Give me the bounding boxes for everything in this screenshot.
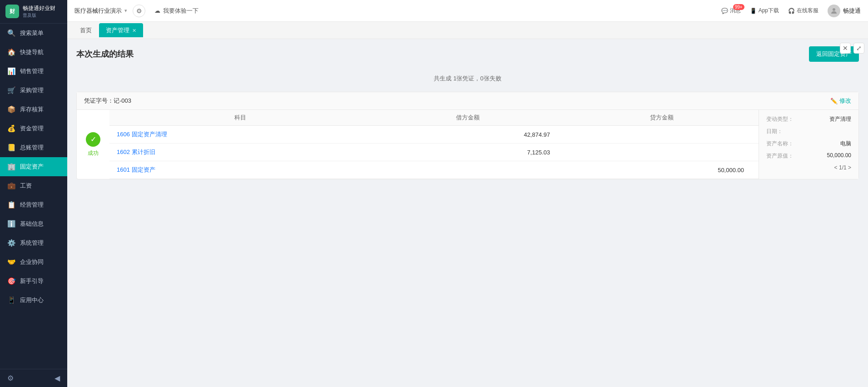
sidebar-item-label: 固定资产 (20, 163, 44, 171)
sidebar-footer: ⚙ ◀ (0, 369, 67, 387)
sidebar-item-basic-info[interactable]: ℹ️ 基础信息 (0, 214, 67, 233)
subject-link[interactable]: 1606 固定资产清理 (117, 131, 167, 138)
date-label: 日期： (766, 128, 783, 135)
user-menu[interactable]: 畅捷通 (828, 5, 861, 17)
voucher-table: 科目 借方金额 贷方金额 1606 固定资产清理 42,874.97 (109, 110, 759, 179)
close-button[interactable]: ✕ (840, 43, 851, 54)
company-selector[interactable]: 医疗器械行业演示 ▾ (74, 7, 127, 15)
sidebar-item-cooperation[interactable]: 🤝 企业协同 (0, 253, 67, 272)
subject-cell: 1602 累计折旧 (109, 144, 371, 161)
app-download-button[interactable]: 📱 App下载 (750, 7, 779, 15)
subject-link[interactable]: 1602 累计折旧 (117, 149, 155, 155)
sidebar: 财 畅捷通好业财 普及版 🔍 搜索菜单 🏠 快捷导航 📊 销售管理 🛒 采购管理… (0, 0, 67, 387)
tab-asset-management[interactable]: 资产管理 ✕ (99, 23, 143, 37)
app-logo-text: 畅捷通好业财 普及版 (23, 5, 55, 19)
sidebar-item-search[interactable]: 🔍 搜索菜单 (0, 24, 67, 43)
expand-button[interactable]: ⤢ (853, 43, 864, 54)
tab-home[interactable]: 首页 (74, 24, 97, 37)
tab-close-icon[interactable]: ✕ (132, 28, 136, 34)
app-logo-icon: 财 (5, 5, 19, 18)
debit-cell: 42,874.97 (371, 126, 565, 144)
table-row: 1606 固定资产清理 42,874.97 (109, 126, 759, 144)
sidebar-item-sales[interactable]: 📊 销售管理 (0, 62, 67, 81)
basic-info-icon: ℹ️ (7, 220, 15, 228)
fund-icon: 💰 (7, 124, 15, 133)
sidebar-item-fixed-assets[interactable]: 🏢 固定资产 (0, 157, 67, 176)
sidebar-item-label: 新手引导 (20, 277, 44, 285)
beginner-icon: 🎯 (7, 277, 15, 285)
ledger-icon: 📒 (7, 144, 15, 152)
subject-cell: 1601 固定资产 (109, 161, 371, 179)
type-value: 资产清理 (829, 115, 851, 123)
sidebar-item-payroll[interactable]: 💼 工资 (0, 176, 67, 195)
sidebar-item-app-center[interactable]: 📱 应用中心 (0, 291, 67, 310)
search-icon: 🔍 (7, 29, 15, 37)
experience-label: 我要体验一下 (163, 7, 198, 15)
username: 畅捷通 (843, 7, 861, 15)
system-icon: ⚙️ (7, 239, 15, 247)
next-icon[interactable]: > (848, 164, 851, 171)
operations-icon: 📋 (7, 201, 15, 209)
collapse-icon[interactable]: ◀ (55, 374, 60, 382)
sidebar-item-label: 快捷导航 (20, 48, 44, 56)
sidebar-item-inventory[interactable]: 📦 库存核算 (0, 100, 67, 119)
fixed-assets-icon: 🏢 (7, 163, 15, 171)
original-value-label: 资产原值： (766, 152, 794, 160)
sidebar-item-label: 应用中心 (20, 296, 44, 304)
cooperation-icon: 🤝 (7, 258, 15, 266)
prev-icon[interactable]: < (834, 164, 838, 171)
voucher-code: 凭证字号：记-003 (84, 97, 131, 105)
notifications-button[interactable]: 💬 消息 99+ (721, 7, 741, 15)
panel-asset-name-row: 资产名称： 电脑 (766, 140, 851, 148)
voucher-card: 凭证字号：记-003 ✏️ 修改 ✓ 成功 科目 (76, 92, 859, 179)
settings-footer-icon[interactable]: ⚙ (7, 374, 14, 382)
table-row: 1601 固定资产 50,000.00 (109, 161, 759, 179)
edit-button[interactable]: ✏️ 修改 (830, 97, 851, 105)
customer-service-label: 在线客服 (797, 7, 818, 15)
sidebar-item-beginner[interactable]: 🎯 新手引导 (0, 272, 67, 291)
type-label: 变动类型： (766, 115, 794, 123)
col-debit-header: 借方金额 (371, 110, 565, 126)
sidebar-item-label: 基础信息 (20, 220, 44, 228)
sidebar-item-quick-nav[interactable]: 🏠 快捷导航 (0, 43, 67, 62)
cloud-icon: ☁ (154, 7, 160, 14)
voucher-status-area: ✓ 成功 (77, 110, 109, 179)
notification-icon: 💬 (721, 8, 728, 14)
sidebar-item-label: 经营管理 (20, 201, 44, 209)
tab-label: 资产管理 (106, 26, 129, 35)
success-circle: ✓ (86, 132, 100, 147)
sidebar-item-label: 搜索菜单 (20, 29, 44, 37)
app-download-label: App下载 (759, 7, 779, 15)
credit-cell: 50,000.00 (565, 161, 759, 179)
panel-type-row: 变动类型： 资产清理 (766, 115, 851, 123)
subject-link[interactable]: 1601 固定资产 (117, 166, 155, 173)
page-indicator: 1/1 (839, 164, 848, 171)
svg-point-0 (833, 8, 835, 11)
payroll-icon: 💼 (7, 182, 15, 190)
app-center-icon: 📱 (7, 296, 15, 304)
download-icon: 📱 (750, 8, 757, 14)
debit-cell (371, 161, 565, 179)
sidebar-item-label: 采购管理 (20, 86, 44, 94)
sidebar-item-purchase[interactable]: 🛒 采购管理 (0, 81, 67, 100)
sidebar-item-system[interactable]: ⚙️ 系统管理 (0, 233, 67, 253)
sidebar-item-label: 工资 (20, 182, 32, 190)
status-text: 成功 (88, 149, 99, 157)
col-subject-header: 科目 (109, 110, 371, 126)
company-name: 医疗器械行业演示 (74, 7, 122, 15)
sidebar-header: 财 畅捷通好业财 普及版 (0, 0, 67, 24)
voucher-body: ✓ 成功 科目 借方金额 贷方金额 (77, 110, 858, 179)
experience-button[interactable]: ☁ 我要体验一下 (154, 7, 198, 15)
sidebar-item-fund[interactable]: 💰 资金管理 (0, 119, 67, 138)
edit-label: 修改 (839, 97, 851, 105)
sidebar-item-ledger[interactable]: 📒 总账管理 (0, 138, 67, 157)
page-title-bar: 本次生成的结果 返回固定资产 (76, 46, 859, 62)
customer-service-button[interactable]: 🎧 在线客服 (788, 7, 818, 15)
subject-cell: 1606 固定资产清理 (109, 126, 371, 144)
floating-controls: ✕ ⤢ (840, 43, 864, 54)
credit-cell (565, 144, 759, 161)
service-icon: 🎧 (788, 8, 795, 14)
settings-button[interactable]: ⚙ (133, 5, 145, 17)
sidebar-item-operations[interactable]: 📋 经营管理 (0, 195, 67, 214)
table-row: 1602 累计折旧 7,125.03 (109, 144, 759, 161)
